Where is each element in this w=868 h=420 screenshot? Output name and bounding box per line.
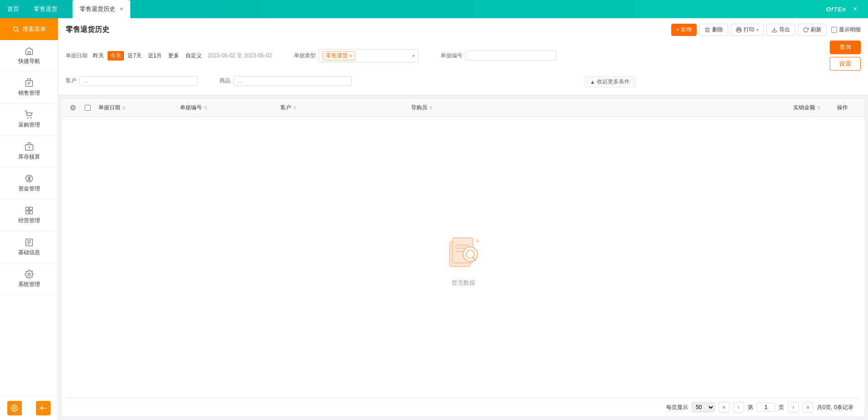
sidebar-item-basic-info-label: 基础信息 <box>18 249 40 256</box>
first-page-button[interactable]: « <box>719 402 729 413</box>
new-button[interactable]: + 新增 <box>671 24 697 36</box>
date-btn-today[interactable]: 今天 <box>108 51 124 61</box>
sidebar-item-finance[interactable]: 资金管理 <box>0 168 58 200</box>
print-button[interactable]: 打印 ▾ <box>731 24 764 36</box>
th-date[interactable]: 单据日期 ⇅ <box>95 104 176 112</box>
page-input[interactable] <box>757 403 775 412</box>
date-btn-more[interactable]: 更多 <box>165 51 182 61</box>
goods-label: 商品 <box>220 77 231 85</box>
svg-rect-12 <box>26 207 29 210</box>
num-input[interactable] <box>465 51 556 61</box>
svg-point-6 <box>27 117 29 118</box>
top-bar-right: OfTEn × <box>826 4 868 15</box>
per-page-select[interactable]: 50 10 20 100 <box>692 402 715 412</box>
select-all-checkbox[interactable] <box>85 105 91 111</box>
show-details-row: 显示明细 <box>831 26 861 34</box>
type-tag-value: 零售退货 <box>326 52 348 60</box>
th-op: 操作 <box>824 104 861 112</box>
refresh-button[interactable]: 刷新 <box>798 24 827 36</box>
sales-icon <box>25 78 34 87</box>
delete-button[interactable]: 删除 <box>699 24 728 36</box>
query-button[interactable]: 查询 <box>830 41 861 54</box>
tab-retail-return-close[interactable]: × <box>62 6 65 12</box>
print-arrow: ▾ <box>756 27 759 32</box>
goods-select[interactable]: ... <box>233 76 352 86</box>
date-btn-yesterday[interactable]: 昨天 <box>90 51 107 61</box>
sidebar-items: 快捷导航 销售管理 采购管理 <box>0 40 58 396</box>
type-tag-close[interactable]: × <box>349 53 352 58</box>
th-customer[interactable]: 客户 ⇅ <box>277 104 408 112</box>
page-title: 零售退货历史 <box>66 25 109 35</box>
sidebar-settings-button[interactable] <box>7 401 22 415</box>
print-icon <box>736 27 742 33</box>
goods-filter: 商品 ... <box>220 76 352 86</box>
collapse-button[interactable]: ▲ 收起更多条件 <box>584 76 636 87</box>
type-label: 单据类型 <box>294 52 316 60</box>
table-select-all[interactable] <box>80 105 95 111</box>
tab-retail-return-history-close[interactable]: × <box>120 6 123 12</box>
table-settings-icon[interactable]: ⚙ <box>66 103 80 112</box>
main-layout: 搜索菜单 快捷导航 销售管理 <box>0 18 868 420</box>
page-label: 第 <box>748 404 753 411</box>
svg-line-1 <box>17 31 19 32</box>
empty-state: 暂无数据 <box>441 228 486 287</box>
date-btn-custom[interactable]: 自定义 <box>183 51 205 61</box>
next-page-button[interactable]: › <box>788 402 799 413</box>
table-container: ⚙ 单据日期 ⇅ 单据编号 ⇅ 客户 ⇅ 导购员 ⇅ <box>62 99 864 416</box>
th-amount-label: 实销金额 <box>793 104 815 112</box>
svg-point-24 <box>740 30 740 30</box>
pagination-bar: 每页显示 50 10 20 100 « ‹ 第 页 › » 共0页, 0条记录 <box>66 398 861 416</box>
filter-area: 单据日期 昨天 今天 近7天 近1月 更多 自定义 2023-06-02 至 2… <box>66 41 861 95</box>
prev-page-button[interactable]: ‹ <box>733 402 744 413</box>
search-menu-button[interactable]: 搜索菜单 <box>0 18 58 40</box>
th-num[interactable]: 单据编号 ⇅ <box>176 104 277 112</box>
th-customer-sort: ⇅ <box>293 105 297 110</box>
type-select[interactable]: 零售退货 × ▾ <box>318 49 419 62</box>
refresh-icon <box>803 27 809 33</box>
customer-select[interactable]: ... <box>79 76 198 86</box>
top-bar: 首页 零售退货 × 零售退货历史 × OfTEn × <box>0 0 868 18</box>
search-menu-label: 搜索菜单 <box>22 25 46 33</box>
tab-retail-return[interactable]: 零售退货 × <box>26 0 72 18</box>
tab-retail-return-history[interactable]: 零售退货历史 × <box>72 0 130 18</box>
set-button[interactable]: 设置 <box>830 57 861 71</box>
tab-bar: 首页 零售退货 × 零售退货历史 × <box>0 0 826 18</box>
collapse-icon: ▲ <box>590 79 596 85</box>
delete-icon <box>704 27 710 33</box>
th-amount[interactable]: 实销金额 ⇅ <box>755 104 824 112</box>
sidebar-item-system[interactable]: 系统管理 <box>0 263 58 295</box>
date-btn-1month[interactable]: 近1月 <box>145 51 165 61</box>
export-icon <box>771 27 777 33</box>
last-page-button[interactable]: » <box>802 402 813 413</box>
sidebar-item-system-label: 系统管理 <box>18 281 40 288</box>
sidebar-item-inventory[interactable]: 库存核算 <box>0 136 58 168</box>
th-guide[interactable]: 导购员 ⇅ <box>407 104 508 112</box>
tab-home-label: 首页 <box>7 5 19 13</box>
arrow-left-icon <box>40 405 47 412</box>
sidebar-item-quick-nav[interactable]: 快捷导航 <box>0 40 58 72</box>
svg-rect-15 <box>29 211 32 214</box>
sidebar-item-operation[interactable]: 经营管理 <box>0 200 58 231</box>
sidebar-collapse-button[interactable] <box>36 401 51 415</box>
svg-point-7 <box>30 117 31 118</box>
show-details-checkbox[interactable] <box>831 27 837 33</box>
tab-home[interactable]: 首页 <box>0 0 26 18</box>
th-date-sort: ⇅ <box>122 105 126 110</box>
sidebar-bottom <box>0 396 58 420</box>
num-label: 单据编号 <box>441 52 462 60</box>
svg-rect-3 <box>26 81 32 87</box>
tab-retail-return-label: 零售退货 <box>34 5 57 13</box>
export-button[interactable]: 导出 <box>766 24 795 36</box>
collapse-label: 收起更多条件 <box>597 78 630 86</box>
date-btn-7days[interactable]: 近7天 <box>125 51 144 61</box>
sidebar-item-purchase[interactable]: 采购管理 <box>0 104 58 136</box>
gear-icon <box>11 405 18 412</box>
th-customer-label: 客户 <box>280 104 291 112</box>
th-guide-sort: ⇅ <box>429 105 433 110</box>
sidebar-item-sales[interactable]: 销售管理 <box>0 72 58 104</box>
home-icon <box>25 46 34 56</box>
sidebar-item-basic-info[interactable]: 基础信息 <box>0 231 58 263</box>
num-filter: 单据编号 <box>441 51 556 61</box>
show-details-label: 显示明细 <box>839 26 861 34</box>
close-window-button[interactable]: × <box>850 4 861 15</box>
